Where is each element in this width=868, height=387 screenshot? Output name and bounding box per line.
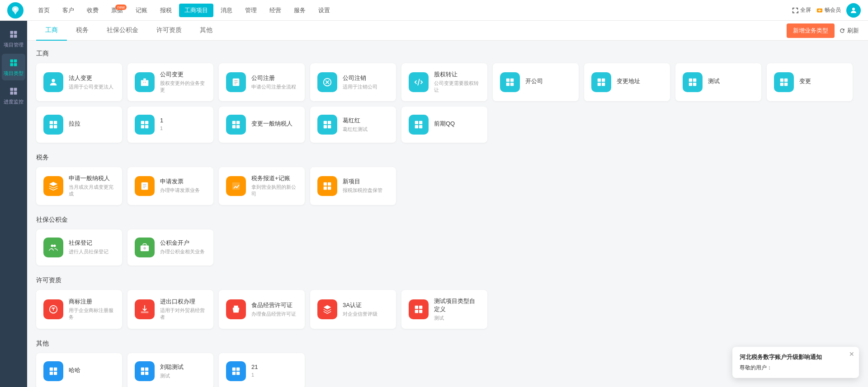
service-card[interactable]: 11 <box>127 107 213 143</box>
svg-rect-80 <box>232 368 236 371</box>
card-name: 进出口权办理 <box>160 298 206 306</box>
service-card[interactable]: 测试项目类型自定义测试 <box>401 290 487 329</box>
tab-other[interactable]: 其他 <box>191 21 222 41</box>
invoice-icon <box>135 176 155 196</box>
project-manage-icon <box>8 29 19 40</box>
taxreport-icon <box>226 176 246 196</box>
card-name: 1 <box>160 117 163 124</box>
sidebar-item-progress-monitor[interactable]: 进度监控 <box>2 82 25 109</box>
service-card[interactable]: 申请一般纳税人当月或次月成变更完成 <box>36 167 122 205</box>
cancel-icon <box>317 72 337 92</box>
nav-operation[interactable]: 经营 <box>264 4 287 17</box>
service-card[interactable]: 社保登记进行人员社保登记 <box>36 229 122 266</box>
svg-rect-7 <box>10 60 14 63</box>
service-card[interactable]: 股权转让公司变更需要股权转让 <box>401 63 487 101</box>
nav-industry[interactable]: 工商项目 <box>179 4 213 17</box>
sidebar-item-project-type[interactable]: 项目类型 <box>2 54 25 80</box>
service-card[interactable]: 哈哈 <box>36 353 122 387</box>
notification-close-btn[interactable]: ✕ <box>849 350 854 358</box>
card-text: 食品经营许可证办理食品经营许可证 <box>251 301 296 317</box>
tab-social-insurance[interactable]: 社保公积金 <box>98 21 147 41</box>
nav-customer[interactable]: 客户 <box>57 4 80 17</box>
section-税务: 税务申请一般纳税人当月或次月成变更完成申请发票办理申请发票业务税务报道+记账拿到… <box>36 154 859 205</box>
card-desc: 拿到营业执照的新公司 <box>251 184 297 198</box>
service-card[interactable]: 公司注册申请公司注册全流程 <box>219 63 305 101</box>
card-text: 股权转让公司变更需要股权转让 <box>434 70 480 94</box>
sidebar-item-project-manage[interactable]: 项目管理 <box>2 25 25 52</box>
tab-industry[interactable]: 工商 <box>36 21 67 41</box>
service-card[interactable]: 公司注销适用于注销公司 <box>310 63 396 101</box>
svg-rect-44 <box>145 125 148 128</box>
svg-rect-73 <box>54 368 57 371</box>
user-avatar[interactable] <box>846 3 861 18</box>
card-text: 开公司 <box>525 77 543 87</box>
tax-icon <box>43 176 63 196</box>
nav-bookkeeping[interactable]: 记账 <box>130 4 153 17</box>
nav-bills[interactable]: 票据 new <box>106 4 128 17</box>
card-desc: 进行人员社保登记 <box>69 248 108 255</box>
section-许可资质: 许可资质商标注册用于企业商标注册服务进出口权办理适用于对外贸易经营者食品经营许可… <box>36 276 859 329</box>
card-desc: 股权变更外的业务变更 <box>160 80 206 94</box>
cards-grid: 法人变更适用于公司变更法人公司变更股权变更外的业务变更公司注册申请公司注册全流程… <box>36 63 859 143</box>
svg-rect-36 <box>784 83 788 86</box>
service-card[interactable]: 税务报道+记账拿到营业执照的新公司 <box>219 167 305 205</box>
food-icon <box>226 299 246 319</box>
nav-settings[interactable]: 设置 <box>313 4 335 17</box>
nav-home[interactable]: 首页 <box>33 4 55 17</box>
service-card[interactable]: 食品经营许可证办理食品经营许可证 <box>219 290 305 329</box>
service-card[interactable]: 开公司 <box>493 63 579 101</box>
service-card[interactable]: 公积金开户办理公积金相关业务 <box>127 229 213 266</box>
service-card[interactable]: 刘聪测试测试 <box>127 353 213 387</box>
nav-service[interactable]: 服务 <box>288 4 311 17</box>
svg-point-15 <box>52 79 55 82</box>
vip-btn[interactable]: 畅会员 <box>816 6 841 14</box>
service-card[interactable]: 公司变更股权变更外的业务变更 <box>127 63 213 101</box>
service-card[interactable]: 3A认证对企业信誉评级 <box>310 290 396 329</box>
refresh-button[interactable]: 刷新 <box>839 27 859 35</box>
card-name: 税务报道+记账 <box>251 174 297 182</box>
card-desc: 测试 <box>160 373 184 379</box>
transfer-icon <box>409 72 429 92</box>
card-text: 前期QQ <box>434 120 455 129</box>
service-card[interactable]: 变更 <box>767 63 853 101</box>
service-card[interactable]: 拉拉 <box>36 107 122 143</box>
service-card[interactable]: 申请发票办理申请发票业务 <box>127 167 213 205</box>
service-card[interactable]: 商标注册用于企业商标注册服务 <box>36 290 122 329</box>
service-card[interactable]: 测试 <box>675 63 761 101</box>
tab-license[interactable]: 许可资质 <box>147 21 191 41</box>
trademark-icon <box>43 299 63 319</box>
nav-billing[interactable]: 收费 <box>81 4 104 17</box>
svg-rect-52 <box>328 125 331 128</box>
svg-rect-50 <box>328 121 331 124</box>
card-name: 法人变更 <box>69 74 113 82</box>
svg-rect-46 <box>236 121 240 124</box>
card-text: 211 <box>251 364 258 378</box>
card-desc: 1 <box>160 125 163 132</box>
fullscreen-btn[interactable]: 全屏 <box>792 6 811 14</box>
card-name: 变更地址 <box>617 77 640 85</box>
service-card[interactable]: 前期QQ <box>401 107 487 143</box>
tab-tax[interactable]: 税务 <box>67 21 98 41</box>
nav-manage[interactable]: 管理 <box>240 4 262 17</box>
grid-icon <box>43 361 63 381</box>
grid-icon <box>135 115 155 135</box>
grid-icon <box>317 115 337 135</box>
svg-rect-42 <box>145 121 148 124</box>
card-name: 社保登记 <box>69 239 108 247</box>
svg-rect-22 <box>510 79 514 82</box>
service-card[interactable]: 葛红红葛红红测试 <box>310 107 396 143</box>
card-name: 申请发票 <box>160 177 200 186</box>
nav-tax[interactable]: 报税 <box>155 4 177 17</box>
nav-message[interactable]: 消息 <box>215 4 238 17</box>
service-card[interactable]: 进出口权办理适用于对外贸易经营者 <box>127 290 213 329</box>
service-card[interactable]: 变更一般纳税人 <box>219 107 305 143</box>
service-card[interactable]: 法人变更适用于公司变更法人 <box>36 63 122 101</box>
service-card[interactable]: 变更地址 <box>584 63 670 101</box>
card-text: 公积金开户办理公积金相关业务 <box>160 239 205 255</box>
grid-icon <box>409 115 429 135</box>
svg-rect-33 <box>780 79 783 82</box>
card-name: 21 <box>251 364 258 370</box>
service-card[interactable]: 新项目报税加税控盘保管 <box>310 167 396 205</box>
new-type-button[interactable]: 新增业务类型 <box>787 23 835 38</box>
service-card[interactable]: 211 <box>219 353 305 387</box>
